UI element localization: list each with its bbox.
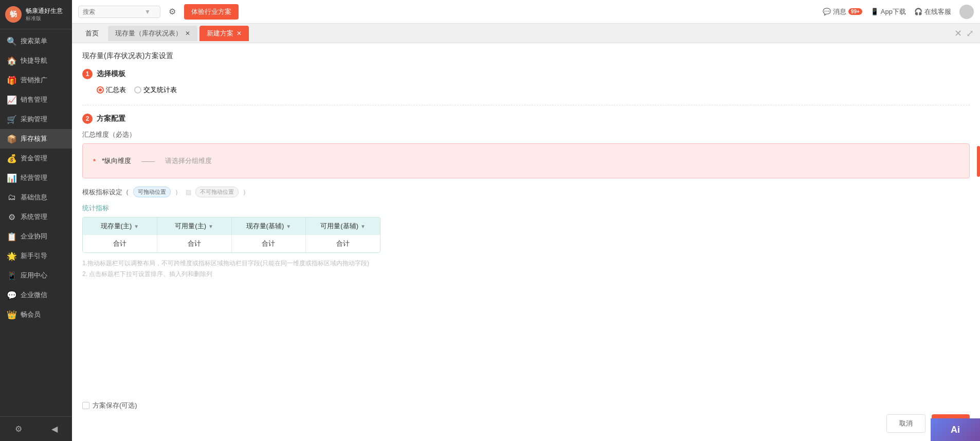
sidebar-item-system[interactable]: ⚙ 系统管理 [0,207,72,227]
tab-inventory-close[interactable]: ✕ [185,30,190,37]
col-chevron-1[interactable]: ▼ [208,224,213,229]
message-icon: 💬 [823,8,831,15]
sidebar-item-quicknav[interactable]: 🏠 快捷导航 [0,51,72,70]
user-avatar[interactable] [959,5,974,19]
dimension-row: * *纵向维度 —— 请选择分组维度 [93,156,959,166]
close-panel-icon[interactable]: ✕ [954,28,962,39]
sidebar-item-basic[interactable]: 🗂 基础信息 [0,188,72,207]
sidebar-item-management-label: 经营管理 [21,173,47,182]
radio-crosstab[interactable] [134,86,141,94]
search-input[interactable] [83,8,144,15]
sidebar-item-quicknav-label: 快捷导航 [21,56,47,65]
ai-badge[interactable]: Ai [931,418,980,441]
option-crosstab[interactable]: 交叉统计表 [134,85,177,95]
sidebar-item-newbie[interactable]: 🌟 新手引导 [0,246,72,266]
step1-title: 选择模板 [97,69,125,79]
col-header-0: 现存量(主) ▼ [83,217,157,235]
col-chevron-2[interactable]: ▼ [286,224,291,229]
col-chevron-0[interactable]: ▼ [134,224,139,229]
contract-icon: 📋 [7,232,16,241]
stats-table: 现存量(主) ▼ 可用量(主) ▼ 现存量(基辅) ▼ 可用量(基辅) [82,217,380,253]
right-scroll-indicator[interactable] [977,146,980,177]
tab-inventory[interactable]: 现存量（库存状况表） ✕ [108,26,197,41]
sidebar-item-contract[interactable]: 📋 企业协同 [0,227,72,246]
col-chevron-3[interactable]: ▼ [360,224,366,229]
tips-section: 1.拖动标题栏可以调整布局，不可跨维度或指标区域拖动栏目字段(只能在同一维度或指… [82,259,970,279]
quicknav-icon: 🏠 [7,56,16,65]
topbar-right: 💬 消息 99+ 📱 App下载 🎧 在线客服 [823,5,974,19]
col-header-2: 现存量(基辅) ▼ [232,217,306,235]
sidebar-item-member-label: 畅会员 [21,310,41,319]
phone-icon: 📱 [870,8,879,15]
sidebar-item-newbie-label: 新手引导 [21,251,47,261]
indicator-settings-mid: ） [175,188,182,197]
management-icon: 📊 [7,173,16,182]
dimension-vertical-label: *纵向维度 [102,156,131,166]
template-options: 汇总表 交叉统计表 [97,85,970,95]
sidebar-bottom: ⚙ ◀ [0,416,72,441]
indicator-label: 模板指标设定（ 可拖动位置 ） ▨ 不可拖动位置 ） [82,187,970,197]
message-item[interactable]: 💬 消息 99+ [823,7,862,16]
message-badge: 99+ [848,8,862,15]
sidebar-item-purchase[interactable]: 🛒 采购管理 [0,109,72,129]
sidebar-item-wechat[interactable]: 💬 企业微信 [0,285,72,305]
wechat-icon: 💬 [7,290,16,300]
sidebar-item-management[interactable]: 📊 经营管理 [0,168,72,188]
tab-home[interactable]: 首页 [78,26,106,41]
dimension-area: * *纵向维度 —— 请选择分组维度 [82,143,970,178]
sales-icon: 📈 [7,95,16,104]
sidebar-item-system-label: 系统管理 [21,212,47,222]
sidebar-item-inventory[interactable]: 📦 库存核算 [0,129,72,149]
dimension-placeholder: 请选择分组维度 [165,156,212,166]
step2-number: 2 [82,114,93,124]
inventory-icon: 📦 [7,134,16,143]
col-label-3: 可用量(基辅) [320,222,358,231]
page-title: 现存量(库存状况表)方案设置 [82,51,970,61]
section-template: 1 选择模板 汇总表 交叉统计表 [82,69,970,95]
trial-button[interactable]: 体验行业方案 [184,4,239,20]
content-area: 现存量(库存状况表)方案设置 1 选择模板 汇总表 交叉统计表 2 [72,43,980,441]
radio-summary[interactable] [97,86,104,94]
tab-new-scheme[interactable]: 新建方案 ✕ [199,26,249,41]
save-checkbox[interactable] [82,402,89,409]
dimension-required-marker: * [93,157,96,165]
sidebar-item-search[interactable]: 🔍 搜索菜单 [0,31,72,51]
sidebar-item-contract-label: 企业协同 [21,232,47,241]
customer-service-item[interactable]: 🎧 在线客服 [914,7,951,16]
tab-new-scheme-close[interactable]: ✕ [237,30,242,37]
settings-bottom-btn[interactable]: ⚙ [12,421,25,437]
sidebar-item-purchase-label: 采购管理 [21,115,47,124]
sidebar-item-sales[interactable]: 📈 销售管理 [0,90,72,109]
draggable-badge: 可拖动位置 [133,187,171,197]
topbar-left: ▼ ⚙ 体验行业方案 [78,4,239,20]
option-crosstab-label: 交叉统计表 [143,85,177,95]
basic-icon: 🗂 [7,193,16,202]
message-label: 消息 [833,7,846,16]
collapse-bottom-btn[interactable]: ◀ [48,421,61,437]
sidebar-item-finance-label: 资金管理 [21,154,47,163]
indicator-settings-close-paren: ） [243,188,249,197]
sidebar-item-member[interactable]: 👑 畅会员 [0,305,72,324]
search-box[interactable]: ▼ [78,6,160,18]
indicator-settings: 模板指标设定（ 可拖动位置 ） ▨ 不可拖动位置 ） [82,187,970,197]
stats-title: 统计指标 [82,204,970,213]
app-download-item[interactable]: 📱 App下载 [870,7,906,16]
tabs-bar: 首页 现存量（库存状况表） ✕ 新建方案 ✕ ✕ ⤢ [72,24,980,43]
non-draggable-icon: ▨ [186,189,191,196]
expand-icon[interactable]: ⤢ [966,28,974,39]
cell-2: 合计 [232,235,306,252]
sidebar-item-finance[interactable]: 💰 资金管理 [0,149,72,168]
marketing-icon: 🎁 [7,76,16,85]
search-dropdown-icon[interactable]: ▼ [144,8,151,15]
option-summary[interactable]: 汇总表 [97,85,126,95]
tab-inventory-label: 现存量（库存状况表） [115,29,182,38]
sidebar-item-appcenter[interactable]: 📱 应用中心 [0,266,72,285]
settings-icon[interactable]: ⚙ [169,7,176,16]
app-edition: 标准版 [26,15,63,22]
stats-table-header: 现存量(主) ▼ 可用量(主) ▼ 现存量(基辅) ▼ 可用量(基辅) [83,217,380,235]
cancel-button[interactable]: 取消 [886,414,925,433]
app-download-label: App下载 [881,7,906,16]
section1-header: 1 选择模板 [82,69,970,79]
sidebar-item-marketing[interactable]: 🎁 营销推广 [0,70,72,90]
section-config: 2 方案配置 汇总维度（必选） * *纵向维度 —— 请选择分组维度 模板指标设… [82,105,970,279]
